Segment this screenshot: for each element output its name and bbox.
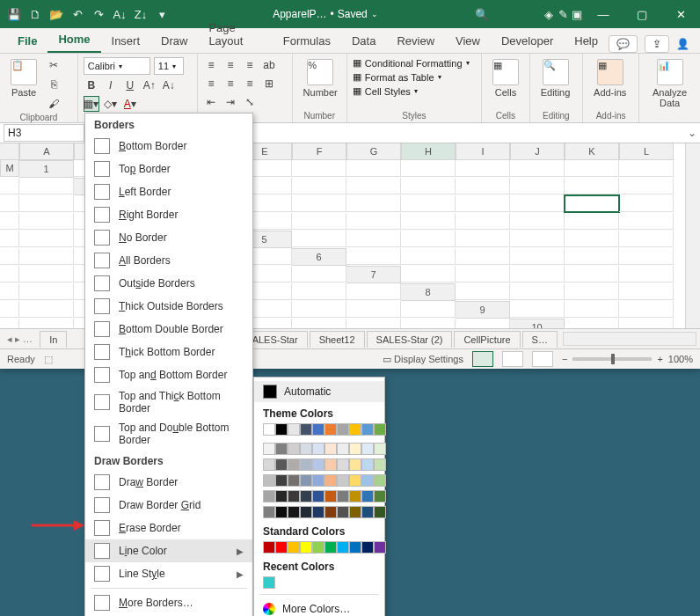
cell[interactable] [619,195,674,212]
cell[interactable] [619,160,674,177]
color-swatch[interactable] [312,423,324,436]
cell[interactable] [565,319,619,329]
cell[interactable] [19,319,74,329]
cell[interactable] [346,248,401,265]
color-swatch[interactable] [288,458,300,471]
row-header[interactable]: 8 [401,283,456,301]
border-menu-item[interactable]: More Borders… [85,591,252,614]
bold-button[interactable]: B [84,77,99,93]
tab-review[interactable]: Review [386,29,445,53]
cell[interactable] [565,195,619,212]
cell[interactable] [456,231,510,247]
cut-button[interactable]: ✂ [46,57,62,73]
color-swatch[interactable] [324,443,337,455]
cell[interactable] [565,213,619,230]
color-swatch[interactable] [361,490,374,502]
column-header[interactable]: F [292,143,346,160]
cell[interactable] [565,283,619,300]
color-swatch[interactable] [374,506,386,518]
tab-home[interactable]: Home [47,27,100,53]
tab-help[interactable]: Help [564,29,609,53]
color-swatch[interactable] [374,423,386,436]
cell[interactable] [19,301,74,318]
color-swatch[interactable] [361,541,374,554]
cell[interactable] [401,248,456,265]
color-swatch[interactable] [337,423,349,436]
cell[interactable] [346,301,401,318]
undo-icon[interactable]: ↶ [70,7,84,21]
cell[interactable] [0,319,19,329]
column-header[interactable]: L [619,143,674,160]
row-header[interactable]: 6 [292,248,346,266]
cell[interactable] [19,266,74,282]
cell[interactable] [619,248,674,265]
align-center-button[interactable]: ≡ [222,76,238,92]
color-swatch[interactable] [337,474,349,487]
cell[interactable] [0,283,19,300]
color-swatch[interactable] [324,506,337,518]
align-right-button[interactable]: ≡ [242,76,258,92]
color-swatch[interactable] [300,474,312,487]
color-swatch[interactable] [300,458,312,471]
border-menu-item[interactable]: Thick Bottom Border [85,341,252,363]
border-menu-item[interactable]: Erase Border [85,517,252,539]
pen-icon[interactable]: ✎ [556,7,570,21]
align-bottom-button[interactable]: ≡ [242,57,258,73]
color-swatch[interactable] [263,458,275,471]
expand-formula-bar-button[interactable]: ⌄ [684,127,700,139]
sheet-tab[interactable]: Sheet12 [310,331,365,348]
sheet-tab[interactable]: SALES-Star (2) [367,331,453,348]
cell[interactable] [346,319,401,329]
align-top-button[interactable]: ≡ [203,57,219,73]
border-menu-item[interactable]: All Borders [85,249,252,272]
color-swatch[interactable] [300,423,312,436]
color-swatch[interactable] [349,490,361,502]
cell[interactable] [510,178,565,194]
cell[interactable] [0,301,19,318]
more-colors-item[interactable]: More Colors… [254,598,384,616]
wrap-text-button[interactable]: ab [261,57,277,73]
color-swatch[interactable] [275,474,288,487]
color-swatch[interactable] [288,423,300,436]
normal-view-button[interactable] [472,351,493,367]
column-header[interactable]: M [0,160,19,177]
color-swatch[interactable] [349,423,361,436]
cell[interactable] [346,160,401,177]
color-swatch[interactable] [374,541,386,554]
cell[interactable] [0,213,19,230]
color-swatch[interactable] [275,490,288,502]
border-menu-item[interactable]: Line Color ▶ [85,539,252,562]
color-swatch[interactable] [312,443,324,455]
automatic-color-item[interactable]: Automatic [254,381,384,402]
underline-button[interactable]: U [122,77,138,93]
color-swatch[interactable] [288,443,300,455]
border-menu-item[interactable]: Bottom Border [85,135,252,158]
row-header[interactable]: 7 [346,266,401,283]
border-menu-item[interactable]: Line Style ▶ [85,562,252,585]
border-menu-item[interactable]: Top Border [85,158,252,180]
border-menu-item[interactable]: Bottom Double Border [85,318,252,341]
color-swatch[interactable] [263,474,275,487]
cell[interactable] [456,266,510,282]
border-menu-item[interactable]: Outside Borders [85,272,252,295]
merge-button[interactable]: ⊞ [261,76,277,92]
cell[interactable] [292,283,346,300]
cell[interactable] [19,195,74,212]
cell[interactable] [0,266,19,282]
sort-asc-icon[interactable]: A↓ [113,7,127,21]
color-swatch[interactable] [337,506,349,518]
font-name-combo[interactable]: Calibri▾ [84,57,150,75]
cell[interactable] [510,248,565,265]
save-icon[interactable]: 💾 [7,7,21,21]
sheet-nav[interactable]: ◂ ▸ … [0,334,40,345]
cell[interactable] [346,178,401,194]
color-swatch[interactable] [275,506,288,518]
align-left-button[interactable]: ≡ [203,76,219,92]
cell[interactable] [401,195,456,212]
column-header[interactable]: I [456,143,510,160]
border-menu-item[interactable]: Draw Border Grid [85,494,252,517]
tab-formulas[interactable]: Formulas [273,29,341,53]
color-swatch[interactable] [288,541,300,554]
tab-developer[interactable]: Developer [491,29,564,53]
color-swatch[interactable] [300,443,312,455]
